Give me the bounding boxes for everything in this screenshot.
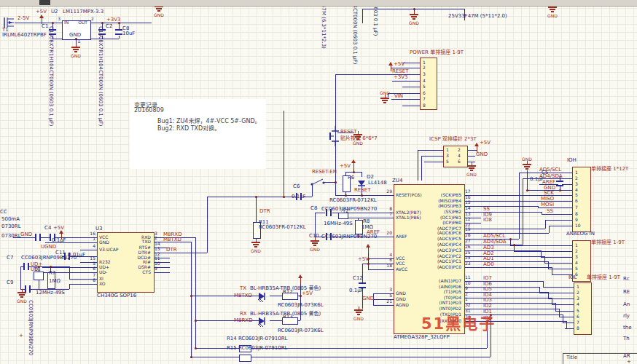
designator-label[interactable]: 500mA [1,217,20,222]
wire[interactable] [555,303,556,311]
diode-icon[interactable] [357,176,367,183]
net-label[interactable]: IO3 [483,298,492,303]
pin-stub[interactable] [563,226,572,226]
gnd-icon[interactable] [467,165,476,167]
capacitor[interactable] [359,282,366,284]
push-button-icon[interactable] [329,126,340,146]
net-label[interactable]: +3V3 [106,17,121,23]
designator-label[interactable]: C9 [7,280,13,285]
designator-label[interactable]: CC0603JRNP09BN270 [21,256,77,261]
pin-stub[interactable] [376,218,394,218]
net-label[interactable]: +5V [302,291,313,296]
capacitor[interactable] [556,185,563,186]
designator-label[interactable]: 0.1μF [52,238,66,243]
net-label[interactable]: 单排接座 1*12T [591,167,628,172]
pin-stub[interactable] [376,195,394,196]
designator-label[interactable]: R6 [348,175,354,181]
designator-label[interactable]: BL-HRB35A-TRB (0805 黄色) [250,286,321,291]
designator-label[interactable]: BL-HRB35A-TRB (0805 黄色) [250,312,321,317]
net-label[interactable]: GND [476,152,488,157]
wire[interactable] [392,81,402,82]
designator-label[interactable]: 0730RL [1,234,21,239]
designator-label[interactable]: C6 [293,184,300,189]
designator-label[interactable]: 25V33F47M (5*11*2.0) [448,14,507,19]
designator-label[interactable]: R14 RC0603JR-07910RL [227,336,287,341]
net-label[interactable]: AD1 [483,256,494,261]
pin-stub[interactable] [376,237,394,237]
net-label[interactable]: M8RXD [234,318,253,323]
capacitor[interactable] [115,29,122,31]
net-label[interactable]: AD0 [483,262,494,267]
wire[interactable] [270,320,282,321]
designator-label[interactable]: ANALOG IN [566,232,595,237]
pin-stub[interactable] [565,304,574,305]
designator-label[interactable]: RC0603FR-0712KL [259,225,306,230]
capacitor[interactable] [115,33,122,35]
net-label[interactable]: +5V [394,62,405,67]
designator-label[interactable]: R8 [363,219,370,224]
gnd-icon[interactable] [354,309,363,311]
pin-stub[interactable] [563,251,572,252]
pin-stub[interactable] [563,214,572,215]
designator-label[interactable]: rly [623,314,630,319]
designator-label[interactable]: R7 [49,271,55,276]
pin-stub[interactable] [563,190,572,191]
net-label[interactable]: SS [483,207,490,212]
net-label[interactable]: AD3 [483,245,494,250]
designator-label[interactable]: U2 [51,9,58,15]
designator-label[interactable]: IOL [568,275,577,280]
pin-stub[interactable] [565,311,574,312]
capacitor[interactable] [28,263,29,270]
crystal[interactable] [34,272,44,280]
gnd-icon[interactable] [71,47,80,48]
designator-label[interactable]: CC0603JRNP09BN270 [321,207,377,212]
net-label[interactable]: IO7 [483,276,492,281]
wire[interactable] [191,242,192,357]
designator-label[interactable]: Y2 [343,209,349,214]
pin-stub[interactable] [565,328,574,329]
pin-stub[interactable] [402,93,420,94]
pin-stub[interactable] [563,201,572,202]
net-label[interactable]: RX [240,312,247,317]
wire[interactable] [418,150,418,181]
net-label[interactable]: MISO [541,197,554,202]
net-label[interactable]: 贴片按键 6*6*7 [340,136,378,141]
wire[interactable] [39,279,39,289]
pin-stub[interactable] [563,245,572,246]
wire[interactable] [545,220,546,229]
net-label[interactable]: VIN [394,94,403,99]
pin-stub[interactable] [402,87,420,87]
designator-label[interactable]: C1608X7R1H104CT000N (0603 0.1 μF) [98,26,103,126]
designator-label[interactable]: CC [0,210,7,215]
wire[interactable] [481,201,572,202]
designator-label[interactable]: 0.1μF [292,194,306,199]
wire[interactable] [207,197,208,253]
wire[interactable] [195,237,196,348]
designator-label[interactable]: C12 [353,276,363,281]
designator-label[interactable]: + [19,333,23,339]
capacitor[interactable] [39,234,41,241]
pin-stub[interactable] [402,81,420,82]
designator-label[interactable]: LM1117MPX-3.3 [63,9,103,15]
net-label[interactable]: IO8 [483,218,492,223]
gnd-icon[interactable] [380,98,389,99]
gnd-icon[interactable] [548,7,557,8]
wire[interactable] [481,229,545,229]
wire[interactable] [20,266,21,289]
designator-label[interactable]: C1 [42,24,48,29]
designator-label[interactable]: RC0603JR-073K6L [278,328,324,333]
designator-label[interactable]: R15 RC0603JR-07910RL [227,346,287,351]
designator-label[interactable]: Th [623,336,630,341]
pin-stub[interactable] [80,284,97,285]
net-label[interactable]: +5V [53,226,64,231]
designator-label[interactable]: CC0603JRNP09BN270 [28,300,33,355]
net-label[interactable]: +3V3 [394,75,408,80]
pin-stub[interactable] [563,207,572,208]
wire[interactable] [549,226,550,233]
designator-label[interactable]: LL4148 [368,181,387,186]
designator-label[interactable]: 0730RL [1,224,21,229]
designator-label[interactable]: 12MHz-49S [36,290,65,296]
net-label[interactable]: AD4/SDA [483,240,507,245]
pin-stub[interactable] [563,184,572,185]
wire[interactable] [335,74,402,75]
